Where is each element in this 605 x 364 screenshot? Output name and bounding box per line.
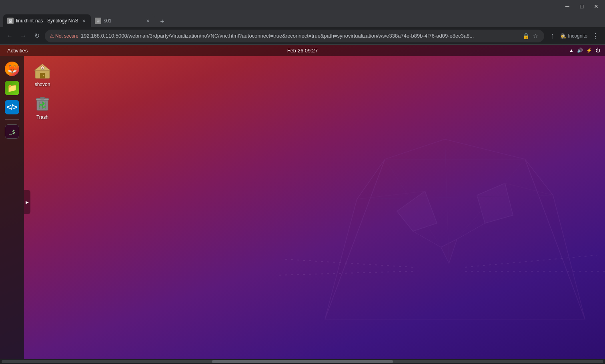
security-label: Not secure	[55, 33, 78, 39]
close-button[interactable]: ✕	[591, 1, 602, 12]
maximize-button[interactable]: □	[576, 1, 587, 12]
scrollbar-thumb[interactable]	[212, 360, 393, 363]
dock-item-firefox[interactable]: 🦊	[3, 60, 21, 78]
tab-title-synology: linuxhint-nas - Synology NAS	[16, 18, 78, 24]
tab-s01[interactable]: 🖥 s01 ✕	[91, 14, 155, 27]
address-bar[interactable]: ⚠ Not secure 192.168.0.110:5000/webman/3…	[45, 30, 544, 42]
desktop-icons: 🏠 shovon	[27, 59, 58, 122]
svg-marker-0	[325, 139, 585, 319]
horizontal-scrollbar[interactable]	[2, 360, 603, 363]
vscode-icon: </>	[5, 100, 19, 114]
firefox-icon: 🦊	[5, 62, 19, 76]
desktop-icon-trash[interactable]: Trash	[27, 92, 58, 122]
tab-favicon-s01: 🖥	[95, 18, 101, 24]
dock-item-terminal[interactable]: _$	[3, 123, 21, 140]
dock-item-files[interactable]: 📁	[3, 79, 21, 97]
address-bar-icons: 🔒 ☆	[522, 32, 539, 40]
forward-button[interactable]: →	[18, 30, 29, 42]
tab-synology[interactable]: 🗄 linuxhint-nas - Synology NAS ✕	[3, 14, 91, 27]
trash-can-icon	[33, 94, 52, 113]
terminal-icon: _$	[5, 124, 19, 139]
dock-item-vscode[interactable]: </>	[3, 98, 21, 116]
bottom-scrollbar	[0, 359, 605, 364]
topbar-right: ▲ 🔊 ⚡ ⏻	[569, 48, 600, 53]
gnome-topbar: Activities Feb 26 09:27 ▲ 🔊 ⚡ ⏻	[0, 45, 605, 56]
back-button[interactable]: ←	[4, 30, 15, 42]
extension-area: ⋮	[547, 30, 558, 42]
topbar-clock: Feb 26 09:27	[287, 48, 318, 54]
new-tab-button[interactable]: +	[156, 16, 168, 27]
vnc-area: Activities Feb 26 09:27 ▲ 🔊 ⚡ ⏻ 🦊 📁	[0, 45, 605, 359]
title-bar: ─ □ ✕	[0, 0, 605, 13]
svg-point-27	[43, 75, 44, 76]
menu-button[interactable]: ⋮	[590, 30, 601, 42]
files-icon: 📁	[5, 81, 19, 95]
tab-favicon-synology: 🗄	[7, 18, 14, 24]
activities-button[interactable]: Activities	[5, 47, 30, 54]
desktop-icon-home[interactable]: 🏠 shovon	[27, 59, 58, 89]
home-icon-label: shovon	[35, 82, 50, 87]
tab-close-s01[interactable]: ✕	[144, 18, 151, 24]
warning-icon: ⚠	[50, 33, 54, 39]
side-panel-toggle[interactable]: ▶	[24, 190, 30, 214]
power-icon: ⏻	[595, 48, 600, 53]
toolbar: ← → ↻ ⚠ Not secure 192.168.0.110:5000/we…	[0, 27, 605, 45]
dock-separator	[5, 119, 19, 120]
incognito-label: Incognito	[568, 33, 587, 39]
volume-icon: 🔊	[577, 48, 583, 53]
ubuntu-desktop[interactable]: Activities Feb 26 09:27 ▲ 🔊 ⚡ ⏻ 🦊 📁	[0, 45, 605, 359]
tab-close-synology[interactable]: ✕	[80, 18, 87, 24]
svg-text:🏠: 🏠	[40, 65, 45, 70]
browser-window: ─ □ ✕ 🗄 linuxhint-nas - Synology NAS ✕ 🖥…	[0, 0, 605, 364]
incognito-area: 🕵 Incognito	[560, 33, 587, 39]
battery-icon: ⚡	[586, 48, 592, 53]
minimize-button[interactable]: ─	[562, 1, 573, 12]
side-panel-arrow-icon: ▶	[26, 200, 29, 204]
tab-bar: 🗄 linuxhint-nas - Synology NAS ✕ 🖥 s01 ✕…	[0, 13, 605, 27]
incognito-icon: 🕵	[560, 33, 566, 39]
bookmark-icon[interactable]: ☆	[531, 32, 539, 40]
dock: 🦊 📁 </> _$	[0, 56, 24, 359]
refresh-button[interactable]: ↻	[31, 30, 42, 42]
home-folder-icon: 🏠	[33, 61, 52, 80]
svg-rect-31	[40, 97, 45, 99]
cat-illustration	[245, 79, 605, 359]
security-warning: ⚠ Not secure	[50, 33, 78, 39]
url-text: 192.168.0.110:5000/webman/3rdparty/Virtu…	[81, 33, 519, 39]
trash-icon-label: Trash	[36, 114, 48, 120]
lock-icon: 🔒	[522, 32, 530, 40]
network-icon: ▲	[569, 48, 574, 53]
tab-title-s01: s01	[104, 18, 142, 24]
extensions-button[interactable]: ⋮	[547, 30, 558, 42]
